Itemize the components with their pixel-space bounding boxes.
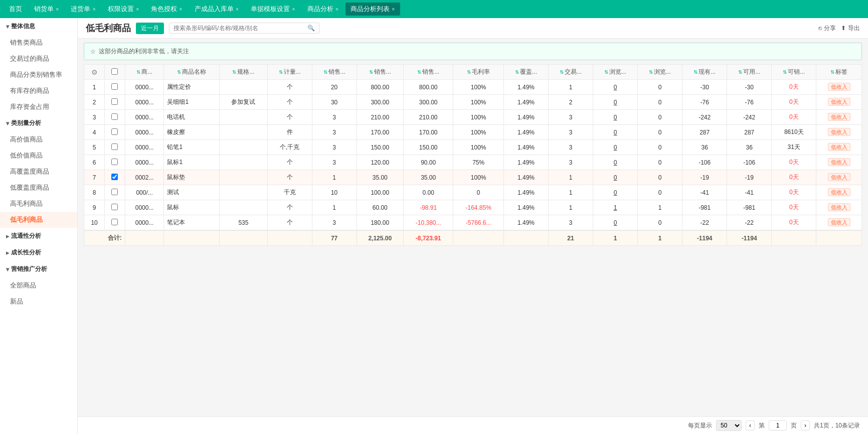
sidebar-item-库存资金占用[interactable]: 库存资金占用 xyxy=(0,99,77,115)
row-checkbox-6[interactable] xyxy=(105,155,125,170)
row-checkbox-1[interactable] xyxy=(105,80,125,95)
row-checkbox-7[interactable] xyxy=(105,170,125,185)
nav-item-首页[interactable]: 首页 xyxy=(4,3,27,16)
export-button[interactable]: ⬆ 导出 xyxy=(841,24,860,33)
row-checkbox-3[interactable] xyxy=(105,110,125,125)
row-coverage-8: 1.49% xyxy=(503,185,548,200)
nav-item-单据模板设置[interactable]: 单据模板设置× xyxy=(246,3,300,16)
col-header-coverage[interactable]: ⇅覆盖... xyxy=(503,65,548,80)
nav-item-销货单[interactable]: 销货单× xyxy=(29,3,64,16)
row-checkbox-4[interactable] xyxy=(105,125,125,140)
settings-icon[interactable]: ⚙ xyxy=(91,68,98,76)
row-sale-qty-10: 3 xyxy=(312,215,357,231)
page-number-input[interactable] xyxy=(769,420,787,430)
row-view1-7[interactable]: 0 xyxy=(593,170,638,185)
nav-close-icon[interactable]: × xyxy=(136,6,139,12)
nav-close-icon[interactable]: × xyxy=(392,6,395,12)
col-header-spec[interactable]: ⇅规格... xyxy=(220,65,267,80)
row-name-3: 电话机 xyxy=(164,110,220,125)
row-gross-margin-5: 100% xyxy=(453,140,504,155)
nav-item-权限设置[interactable]: 权限设置× xyxy=(103,3,144,16)
row-checkbox-5[interactable] xyxy=(105,140,125,155)
row-tag-8: 低收入 xyxy=(816,185,862,200)
row-view1-1[interactable]: 0 xyxy=(593,80,638,95)
sidebar-section-类别量分析[interactable]: ▾类别量分析 xyxy=(0,115,77,131)
totals-trade: 21 xyxy=(549,230,593,246)
row-gross-margin-9: -164.85% xyxy=(453,200,504,215)
row-view2-6: 0 xyxy=(638,155,682,170)
col-header-gross_margin[interactable]: ⇅毛利率 xyxy=(453,65,504,80)
nav-close-icon[interactable]: × xyxy=(56,6,59,12)
nav-item-角色授权[interactable]: 角色授权× xyxy=(146,3,187,16)
row-view1-9[interactable]: 1 xyxy=(593,200,638,215)
row-sale-profit-5: 150.00 xyxy=(403,140,453,155)
sidebar-item-低毛利商品[interactable]: 低毛利商品 xyxy=(0,212,77,228)
row-view1-2[interactable]: 0 xyxy=(593,95,638,110)
sidebar-section-营销推广分析[interactable]: ▾营销推广分析 xyxy=(0,261,77,277)
sidebar-item-高毛利商品[interactable]: 高毛利商品 xyxy=(0,196,77,212)
row-view1-3[interactable]: 0 xyxy=(593,110,638,125)
nav-item-进货单[interactable]: 进货单× xyxy=(66,3,100,16)
chevron-icon: ▾ xyxy=(6,120,9,127)
page-label-pre: 第 xyxy=(759,421,765,430)
row-sale-price-3: 210.00 xyxy=(357,110,403,125)
sidebar-section-整体信息[interactable]: ▾整体信息 xyxy=(0,18,77,35)
chevron-icon: ▸ xyxy=(6,233,9,240)
col-header-code[interactable]: ⇅商... xyxy=(125,65,164,80)
sidebar-item-高覆盖度商品[interactable]: 高覆盖度商品 xyxy=(0,164,77,180)
sidebar-section-成长性分析[interactable]: ▸成长性分析 xyxy=(0,244,77,261)
row-view1-10[interactable]: 0 xyxy=(593,215,638,231)
col-header-sale_price[interactable]: ⇅销售... xyxy=(357,65,403,80)
sidebar-item-高价值商品[interactable]: 高价值商品 xyxy=(0,131,77,148)
col-header-name[interactable]: ⇅商品名称 xyxy=(164,65,220,80)
nav-close-icon[interactable]: × xyxy=(292,6,295,12)
col-header-unit[interactable]: ⇅计量... xyxy=(267,65,312,80)
col-header-sale_profit[interactable]: ⇅销售... xyxy=(403,65,453,80)
date-filter-button[interactable]: 近一月 xyxy=(136,23,164,34)
sidebar-item-商品分类别销售率[interactable]: 商品分类别销售率 xyxy=(0,67,77,83)
row-num-1: 1 xyxy=(84,80,105,95)
row-view1-5[interactable]: 0 xyxy=(593,140,638,155)
row-coverage-10: 1.49% xyxy=(503,215,548,231)
row-view1-4[interactable]: 0 xyxy=(593,125,638,140)
search-input[interactable] xyxy=(173,25,307,32)
row-checkbox-2[interactable] xyxy=(105,95,125,110)
row-available-2: -76 xyxy=(727,95,772,110)
sidebar-item-有库存的商品[interactable]: 有库存的商品 xyxy=(0,83,77,99)
sidebar-item-全部商品[interactable]: 全部商品 xyxy=(0,277,77,294)
nav-close-icon[interactable]: × xyxy=(179,6,182,12)
col-header-sellable[interactable]: ⇅可销... xyxy=(772,65,816,80)
share-button[interactable]: ⎋ 分享 xyxy=(818,24,836,33)
row-available-9: -981 xyxy=(727,200,772,215)
row-view2-7: 0 xyxy=(638,170,682,185)
sidebar-item-新品[interactable]: 新品 xyxy=(0,294,77,310)
col-header-trade[interactable]: ⇅交易... xyxy=(549,65,593,80)
row-checkbox-10[interactable] xyxy=(105,215,125,231)
row-num-10: 10 xyxy=(84,215,105,231)
nav-item-产成品入库单[interactable]: 产成品入库单× xyxy=(190,3,244,16)
prev-page-button[interactable]: ‹ xyxy=(746,420,755,430)
nav-close-icon[interactable]: × xyxy=(335,6,338,12)
nav-close-icon[interactable]: × xyxy=(92,6,95,12)
row-checkbox-8[interactable] xyxy=(105,185,125,200)
sidebar-item-销售类商品[interactable]: 销售类商品 xyxy=(0,35,77,51)
col-header-view2[interactable]: ⇅浏览... xyxy=(638,65,682,80)
sidebar-item-低价值商品[interactable]: 低价值商品 xyxy=(0,148,77,164)
nav-close-icon[interactable]: × xyxy=(236,6,239,12)
col-header-sale_qty[interactable]: ⇅销售... xyxy=(312,65,357,80)
row-view1-6[interactable]: 0 xyxy=(593,155,638,170)
nav-item-商品分析列表[interactable]: 商品分析列表× xyxy=(345,3,400,16)
sidebar-section-流通性分析[interactable]: ▸流通性分析 xyxy=(0,228,77,244)
col-header-current[interactable]: ⇅现有... xyxy=(682,65,727,80)
col-header-available[interactable]: ⇅可用... xyxy=(727,65,772,80)
row-view1-8[interactable]: 0 xyxy=(593,185,638,200)
next-page-button[interactable]: › xyxy=(801,420,810,430)
nav-item-商品分析[interactable]: 商品分析× xyxy=(302,3,343,16)
col-header-tag[interactable]: ⇅标签 xyxy=(816,65,862,80)
col-header-view1[interactable]: ⇅浏览... xyxy=(593,65,638,80)
row-checkbox-9[interactable] xyxy=(105,200,125,215)
sidebar-item-交易过的商品[interactable]: 交易过的商品 xyxy=(0,51,77,67)
per-page-select[interactable]: 50 100 200 xyxy=(716,420,742,431)
sidebar-item-低覆盖度商品[interactable]: 低覆盖度商品 xyxy=(0,180,77,196)
select-all-checkbox[interactable] xyxy=(111,68,118,75)
